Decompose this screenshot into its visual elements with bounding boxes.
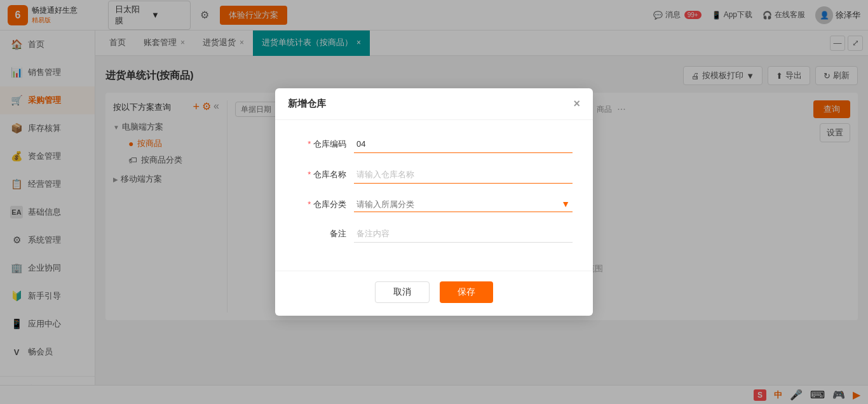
modal-add-warehouse: 新增仓库 × 仓库编码 仓库名称 仓库分类 ▼: [275, 88, 593, 316]
modal-footer: 取消 保存: [275, 271, 593, 316]
modal-title: 新增仓库: [288, 98, 326, 110]
note-input[interactable]: [354, 225, 573, 243]
name-input[interactable]: [354, 166, 573, 184]
name-label: 仓库名称: [295, 169, 346, 180]
modal-close-button[interactable]: ×: [573, 97, 580, 111]
category-label: 仓库分类: [295, 199, 346, 210]
category-input[interactable]: [356, 199, 561, 209]
category-select-wrap: ▼: [354, 196, 573, 212]
note-label: 备注: [295, 228, 346, 239]
modal-header: 新增仓库 ×: [275, 88, 593, 120]
code-label: 仓库编码: [295, 138, 346, 150]
category-chevron-icon: ▼: [561, 199, 570, 209]
form-row-name: 仓库名称: [295, 166, 573, 184]
save-button[interactable]: 保存: [440, 281, 493, 303]
code-input[interactable]: [354, 135, 573, 153]
form-row-category: 仓库分类 ▼: [295, 196, 573, 212]
cancel-button[interactable]: 取消: [375, 281, 430, 303]
modal-body: 仓库编码 仓库名称 仓库分类 ▼ 备注: [275, 120, 593, 271]
modal-overlay[interactable]: 新增仓库 × 仓库编码 仓库名称 仓库分类 ▼: [0, 0, 868, 404]
form-row-code: 仓库编码: [295, 135, 573, 153]
form-row-note: 备注: [295, 225, 573, 243]
